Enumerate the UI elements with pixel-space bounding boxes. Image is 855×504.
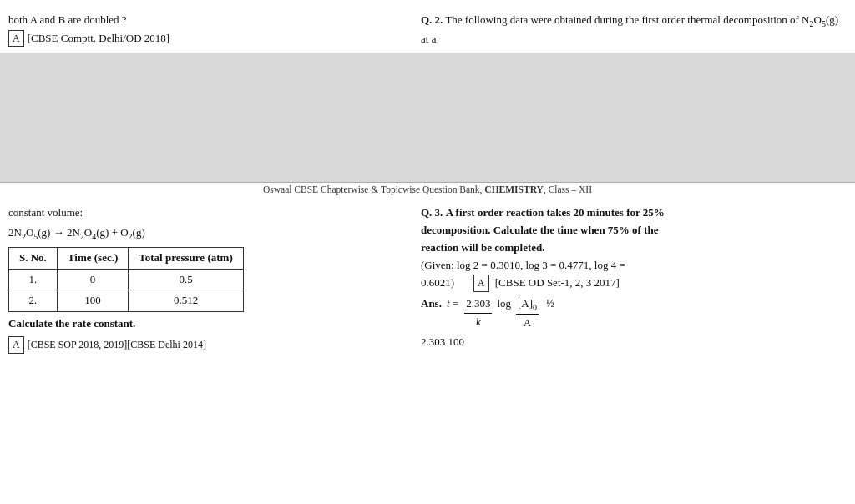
cbse-reference-top: A [CBSE Comptt. Delhi/OD 2018]	[8, 30, 401, 47]
conc-denominator: A	[522, 315, 533, 332]
table-row: 1. 0 0.5	[9, 269, 244, 290]
box-a-icon-2: A	[8, 336, 24, 354]
question-number-3: Q. 3.	[421, 206, 443, 219]
ans-label: Ans.	[421, 295, 442, 313]
bottom-left-column: constant volume: 2N2O5(g) → 2N2O4(g) + O…	[0, 201, 409, 357]
top-section: both A and B are doubled ? A [CBSE Compt…	[0, 0, 855, 53]
question-2-text: The following data were obtained during …	[445, 13, 809, 26]
q3-given: (Given: log 2 = 0.3010, log 3 = 0.4771, …	[421, 259, 625, 271]
text-o: O	[814, 13, 822, 26]
gray-content-area	[0, 53, 855, 182]
calculate-label: Calculate the rate constant.	[8, 315, 401, 333]
q3-given-2: 0.6021)	[421, 276, 454, 289]
table-cell-pressure-1: 0.5	[129, 269, 243, 290]
table-row: 2. 100 0.512	[9, 290, 244, 312]
fraction-denominator: k	[474, 314, 483, 331]
table-cell-time-1: 0	[57, 269, 128, 290]
half-mark: ½	[546, 295, 554, 313]
q3-text-1: A first order reaction takes 20 minutes …	[446, 206, 665, 219]
fraction-2303-k: 2.303 k	[464, 295, 492, 331]
reaction-equation: 2N2O5(g) → 2N2O4(g) + O2(g)	[8, 224, 401, 244]
bottom-right-column: Q. 3. A first order reaction takes 20 mi…	[409, 201, 855, 357]
box-a-icon-3: A	[473, 275, 489, 292]
cbse-ref-bottom-left: A [CBSE SOP 2018, 2019][CBSE Delhi 2014]	[8, 336, 401, 354]
fraction-numerator: 2.303	[464, 295, 492, 314]
table-cell-sno-1: 1.	[9, 269, 58, 290]
question-number-2: Q. 2.	[421, 13, 443, 26]
q3-cbse-ref: [CBSE OD Set-1, 2, 3 2017]	[495, 276, 620, 289]
footer-text-suffix: , Class – XII	[544, 184, 592, 194]
fraction-conc: [A]0 A	[516, 295, 539, 332]
constant-volume-label: constant volume:	[8, 204, 401, 222]
cbse-ref-text-2: [CBSE SOP 2018, 2019][CBSE Delhi 2014]	[28, 337, 206, 353]
q3-text-3: reaction will be completed.	[421, 241, 545, 254]
answer-row: Ans. t = 2.303 k log [A]0 A ½	[421, 295, 847, 332]
table-cell-time-2: 100	[57, 290, 128, 312]
cbse-ref-text: [CBSE Comptt. Delhi/OD 2018]	[28, 30, 169, 47]
page-container: both A and B are doubled ? A [CBSE Compt…	[0, 0, 855, 504]
bottom-section: constant volume: 2N2O5(g) → 2N2O4(g) + O…	[0, 196, 855, 357]
top-right-column: Q. 2. The following data were obtained d…	[409, 7, 855, 53]
data-table: S. No. Time (sec.) Total pressure (atm) …	[8, 247, 244, 312]
table-header-sno: S. No.	[9, 247, 58, 269]
table-cell-pressure-2: 0.512	[129, 290, 243, 312]
question-text-top: both A and B are doubled ?	[8, 12, 401, 28]
box-a-icon: A	[8, 30, 24, 47]
conc-numerator: [A]0	[516, 295, 539, 315]
top-left-column: both A and B are doubled ? A [CBSE Compt…	[0, 7, 409, 53]
footer-text-prefix: Oswaal CBSE Chapterwise & Topicwise Ques…	[263, 184, 484, 194]
footer-attribution: Oswaal CBSE Chapterwise & Topicwise Ques…	[0, 182, 855, 196]
table-header-pressure: Total pressure (atm)	[129, 247, 243, 269]
bottom-last-numbers: 2.303 100	[421, 334, 847, 351]
formula-t: t =	[447, 295, 458, 313]
question-3-text: Q. 3. A first order reaction takes 20 mi…	[421, 204, 847, 291]
log-symbol: log	[497, 295, 511, 313]
footer-subject: CHEMISTRY	[484, 184, 544, 194]
q3-text-2: decomposition. Calculate the time when 7…	[421, 224, 659, 236]
table-header-time: Time (sec.)	[57, 247, 128, 269]
table-cell-sno-2: 2.	[9, 290, 58, 312]
